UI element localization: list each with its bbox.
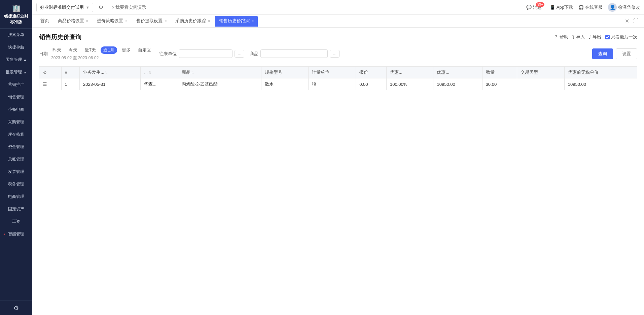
sidebar-item-tax[interactable]: 税务管理 (0, 178, 32, 190)
arrow-icon: ▲ (23, 58, 27, 62)
sort-icon[interactable]: ⇅ (105, 71, 108, 74)
import-label: 导入 (576, 34, 585, 40)
from-unit-input[interactable] (179, 49, 232, 58)
product-ellipsis-btn[interactable]: ... (330, 50, 339, 58)
messages-btn[interactable]: 💬 消息 99+ (526, 4, 542, 10)
top-bar-settings-btn[interactable]: ⚙ (96, 3, 106, 12)
tab-label: 销售历史价跟踪 (219, 18, 250, 24)
chevron-down-icon: ▼ (86, 5, 90, 9)
customer-service-btn[interactable]: 🎧 在线客服 (578, 4, 603, 10)
message-icon: 💬 (526, 5, 532, 10)
tab-label: 商品价格设置 (58, 18, 84, 24)
tab-采购历史价跟踪[interactable]: 采购历史价跟踪 × (171, 16, 214, 27)
sidebar-item-salary[interactable]: 工资 (0, 215, 32, 228)
table-cell-discount_amt: 10950.00 (433, 78, 482, 90)
col-header-quantity: 数量 (482, 67, 517, 78)
minimize-btn[interactable]: ✕ (623, 17, 631, 25)
last-only-checkbox-label[interactable]: 只看最后一次 (605, 34, 637, 40)
sidebar-item-search[interactable]: 搜索菜单 (0, 29, 32, 41)
col-header-gear: ⚙ (39, 67, 62, 78)
tab-进价策略设置[interactable]: 进价策略设置 × (93, 16, 131, 27)
tab-close-btn[interactable]: × (252, 19, 254, 23)
demo-label: 我要看实例演示 (115, 4, 146, 10)
sidebar-item-wholesale[interactable]: 批发管理 ▲ (0, 66, 32, 78)
tab-label: 进价策略设置 (97, 18, 123, 24)
sidebar-item-sales[interactable]: 销售管理 (0, 91, 32, 103)
sidebar-settings-btn[interactable]: ⚙ (0, 301, 32, 315)
sidebar: 🏢 畅捷通好业财 标准版 搜索菜单快捷导航零售管理 ▲批发管理 ▲营销推广销售管… (0, 0, 32, 315)
from-unit-filter: 往来单位 ... (159, 49, 244, 58)
col-label: 商品 (182, 69, 190, 75)
sidebar-item-purchase[interactable]: 采购管理 (0, 116, 32, 128)
sidebar-item-finance[interactable]: 资金管理 (0, 141, 32, 153)
date-btn-自定义[interactable]: 自定义 (135, 46, 154, 54)
app-name: 畅捷通好业财 (4, 14, 28, 19)
table-cell-unit: 吨 (309, 78, 356, 90)
date-btn-昨天[interactable]: 昨天 (50, 46, 64, 54)
table-cell-quoted_price: 0.00 (356, 78, 387, 90)
sidebar-item-invoice[interactable]: 发票管理 (0, 166, 32, 178)
username: 徐泽华修改 (618, 4, 640, 10)
tab-首页[interactable]: 首页 (36, 16, 53, 27)
help-link[interactable]: ？ 帮助 (554, 34, 568, 40)
sidebar-item-inventory[interactable]: 库存核算 (0, 128, 32, 141)
import-link[interactable]: ⤵ 导入 (572, 34, 585, 40)
date-range-text: 2023-05-02 至 2023-06-02 (51, 55, 154, 61)
main-area: 好业财标准版交付试用 ▼ ⚙ ○ 我要看实例演示 💬 消息 99+ 📱 App下… (32, 0, 644, 315)
gear-icon: ⚙ (99, 4, 103, 10)
sort-icon[interactable]: ⇅ (191, 71, 194, 74)
col-header-extra[interactable]: ...⇅ (141, 67, 178, 78)
sidebar-item-assets[interactable]: 固定资产 (0, 203, 32, 215)
product-input[interactable] (260, 49, 328, 58)
last-only-checkbox[interactable] (605, 35, 610, 39)
sidebar-item-ecommerce[interactable]: 电商管理 (0, 190, 32, 203)
col-header-product[interactable]: 商品⇅ (178, 67, 261, 78)
page-content: 销售历史价查询 ？ 帮助 ⤵ 导入 ⤴ 导出 (32, 28, 644, 96)
tab-售价提取设置[interactable]: 售价提取设置 × (132, 16, 171, 27)
table-cell-product: 丙烯酸-2-乙基己酯 (178, 78, 261, 90)
sidebar-item-ecommerce-small[interactable]: 小畅电商 (0, 103, 32, 116)
col-label: 业务发生... (83, 69, 104, 75)
gear-icon[interactable]: ⚙ (43, 70, 47, 75)
user-info[interactable]: 👤 徐泽华修改 (608, 3, 640, 12)
col-header-quoted_price: 报价 (356, 67, 387, 78)
arrow-icon: ▲ (23, 70, 27, 74)
date-btn-更多[interactable]: 更多 (119, 46, 133, 54)
sidebar-item-ledger[interactable]: 总账管理 (0, 153, 32, 166)
date-btn-近1月[interactable]: 近1月 (101, 46, 117, 54)
demo-btn[interactable]: ○ 我要看实例演示 (109, 3, 149, 12)
sidebar-item-marketing[interactable]: 营销推广 (0, 78, 32, 91)
sidebar-item-retail[interactable]: 零售管理 ▲ (0, 54, 32, 66)
app-edition: 标准版 (10, 20, 22, 24)
headset-icon: 🎧 (578, 5, 584, 10)
tab-close-btn[interactable]: × (165, 19, 167, 23)
table-cell-discount_pct: 100.00% (386, 78, 433, 90)
row-gear-icon[interactable]: ☰ (43, 81, 47, 87)
app-logo: 🏢 畅捷通好业财 标准版 (0, 0, 32, 29)
tab-close-btn[interactable]: × (125, 19, 127, 23)
page-actions: ？ 帮助 ⤵ 导入 ⤴ 导出 只看最后一次 (554, 34, 637, 40)
date-btn-近7天[interactable]: 近7天 (82, 46, 99, 54)
date-filters: 昨天今天近7天近1月更多自定义 2023-05-02 至 2023-06-02 (50, 46, 154, 61)
tab-close-btn[interactable]: × (86, 19, 88, 23)
tab-销售历史价跟踪[interactable]: 销售历史价跟踪 × (215, 16, 258, 27)
tab-close-btn[interactable]: × (208, 19, 210, 23)
app-download-btn[interactable]: 📱 App下载 (550, 4, 573, 10)
sort-icon[interactable]: ⇅ (148, 71, 151, 74)
app-selector[interactable]: 好业财标准版交付试用 ▼ (36, 3, 93, 12)
filter-settings-btn[interactable]: 设置 (616, 48, 637, 59)
col-header-index: # (61, 67, 79, 78)
export-link[interactable]: ⤴ 导出 (589, 34, 601, 40)
tab-商品价格设置[interactable]: 商品价格设置 × (54, 16, 92, 27)
query-btn[interactable]: 查询 (592, 48, 613, 59)
sidebar-item-nav[interactable]: 快捷导航 (0, 41, 32, 54)
sidebar-item-ai[interactable]: 智能管理 (0, 228, 32, 240)
message-badge: 99+ (536, 2, 544, 7)
date-btn-今天[interactable]: 今天 (66, 46, 80, 54)
col-header-spec: 规格型号 (261, 67, 309, 78)
maximize-btn[interactable]: ⛶ (632, 18, 640, 25)
tab-label: 首页 (40, 18, 49, 24)
export-icon: ⤴ (589, 35, 591, 40)
from-unit-ellipsis-btn[interactable]: ... (235, 50, 244, 58)
col-header-date[interactable]: 业务发生...⇅ (80, 67, 141, 78)
